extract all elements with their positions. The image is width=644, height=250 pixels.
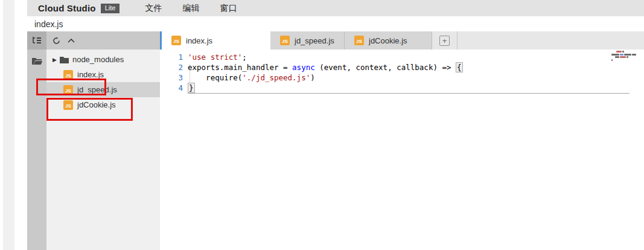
main-area: ▶ node_modules JS index.js JS jd_speed.j… xyxy=(27,31,644,250)
cloud-studio-window: Cloud Studio Lite 文件 编辑 窗口 index.js xyxy=(0,0,644,250)
js-file-icon: JS xyxy=(354,36,364,45)
editor-area: JS index.js JS jd_speed.js JS jdCookie.j… xyxy=(160,31,644,250)
menu-file[interactable]: 文件 xyxy=(145,3,162,14)
line-number: 3 xyxy=(160,72,183,83)
js-file-icon: JS xyxy=(63,70,73,80)
minimap[interactable] xyxy=(611,51,640,62)
tab-label: jdCookie.js xyxy=(369,36,407,45)
js-file-icon: JS xyxy=(171,36,181,45)
tree-item-label: jd_speed.js xyxy=(77,85,117,94)
tree-item-index-js[interactable]: JS index.js xyxy=(46,67,160,82)
code-content[interactable]: 'use strict'; exports.main_handler = asy… xyxy=(188,52,608,93)
refresh-icon[interactable] xyxy=(53,37,60,45)
menu-edit[interactable]: 编辑 xyxy=(182,3,199,14)
line-number: 1 xyxy=(160,52,183,62)
line-number: 4 xyxy=(160,83,183,93)
collapsed-side-strip xyxy=(3,0,14,250)
line-number: 2 xyxy=(160,62,183,72)
explorer-toolbar xyxy=(46,31,160,50)
folder-icon xyxy=(60,56,69,63)
line-number-gutter: 1 2 3 4 xyxy=(160,52,183,93)
tree-item-label: jdCookie.js xyxy=(77,100,116,109)
chevron-right-icon[interactable]: ▶ xyxy=(53,57,57,63)
tree-item-jd-speed-js[interactable]: JS jd_speed.js xyxy=(46,82,160,97)
tab-bar: JS index.js JS jd_speed.js JS jdCookie.j… xyxy=(160,31,644,50)
file-tree: ▶ node_modules JS index.js JS jd_speed.j… xyxy=(46,50,160,250)
js-file-icon: JS xyxy=(63,85,73,95)
menu-bar: Cloud Studio Lite 文件 编辑 窗口 xyxy=(27,0,644,16)
code-editor[interactable]: 1 2 3 4 'use strict'; exports.main_handl… xyxy=(160,50,644,250)
menu-list: 文件 编辑 窗口 xyxy=(145,3,257,14)
app-logo: Cloud Studio xyxy=(38,3,96,13)
collapse-all-icon[interactable] xyxy=(68,38,75,43)
tree-item-label: index.js xyxy=(77,70,104,79)
app-shell: Cloud Studio Lite 文件 编辑 窗口 index.js xyxy=(27,0,644,250)
folder-open-icon xyxy=(31,57,43,65)
tree-item-jdcookie-js[interactable]: JS jdCookie.js xyxy=(46,97,160,112)
code-line-1: 'use strict'; xyxy=(188,52,608,62)
page-title: index.js xyxy=(34,19,63,29)
current-line-rule xyxy=(188,93,630,94)
tree-item-label: node_modules xyxy=(72,55,124,64)
code-line-3: require('./jd_speed.js') xyxy=(188,72,608,83)
tab-jd-speed-js[interactable]: JS jd_speed.js xyxy=(270,31,345,50)
new-tab-button[interactable]: + xyxy=(439,36,450,46)
js-file-icon: JS xyxy=(280,36,290,45)
new-tab-cell: + xyxy=(432,31,457,50)
explorer-view-button[interactable] xyxy=(27,31,46,50)
tab-jdcookie-js[interactable]: JS jdCookie.js xyxy=(345,31,432,50)
tree-view-icon xyxy=(32,36,42,45)
code-line-2: exports.main_handler = async (event, con… xyxy=(188,62,608,72)
tab-index-js[interactable]: JS index.js xyxy=(162,31,270,50)
js-file-icon: JS xyxy=(63,100,73,110)
code-line-4: } xyxy=(188,83,608,93)
folder-view-button[interactable] xyxy=(27,53,46,69)
title-bar: index.js xyxy=(27,16,644,31)
tab-label: index.js xyxy=(186,36,212,45)
menu-window[interactable]: 窗口 xyxy=(220,3,237,14)
tab-label: jd_speed.js xyxy=(295,36,334,45)
tree-item-node-modules[interactable]: ▶ node_modules xyxy=(46,52,160,67)
activity-bar xyxy=(27,31,46,250)
file-explorer: ▶ node_modules JS index.js JS jd_speed.j… xyxy=(46,31,160,250)
lite-badge: Lite xyxy=(101,4,120,13)
